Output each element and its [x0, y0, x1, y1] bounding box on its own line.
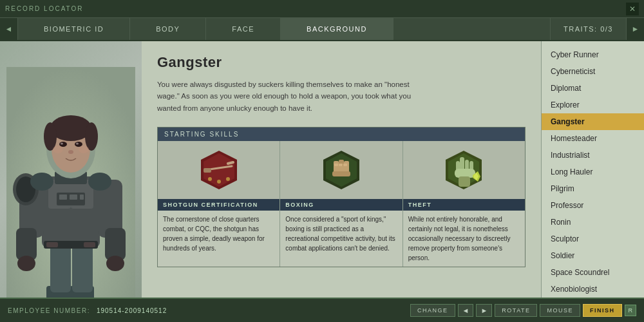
background-list: Cyber Runner Cyberneticist Diplomat Expl… [541, 41, 644, 312]
background-description: You were always disgusted by suckers kil… [157, 79, 428, 114]
boxing-badge [319, 148, 363, 192]
svg-rect-18 [105, 228, 126, 260]
svg-rect-15 [16, 228, 37, 260]
svg-point-47 [208, 177, 212, 181]
mouse-button[interactable]: MOUSE [540, 304, 580, 317]
svg-rect-57 [334, 164, 338, 166]
skill-card-theft: THEFT While not entirely honorable, and … [403, 141, 525, 267]
svg-rect-67 [459, 176, 470, 187]
sidebar-item-explorer[interactable]: Explorer [542, 97, 644, 113]
nav-right-arrow[interactable]: ► [626, 18, 644, 40]
svg-rect-38 [70, 194, 77, 200]
svg-rect-12 [46, 242, 58, 247]
finish-key[interactable]: R [625, 305, 637, 316]
svg-rect-13 [84, 242, 95, 247]
middle-section: Gangster You were always disgusted by su… [142, 41, 541, 312]
skill-icon-area-shotgun [158, 141, 279, 199]
main-content: Gangster You were always disgusted by su… [0, 41, 644, 312]
skill-desc-boxing: Once considered a "sport of kings," boxi… [280, 211, 402, 257]
svg-point-40 [30, 173, 53, 191]
skill-card-shotgun: SHOTGUN CERTIFICATION The cornerstone of… [158, 141, 280, 267]
svg-rect-45 [204, 168, 211, 173]
svg-point-31 [68, 150, 73, 154]
skill-desc-shotgun: The cornerstone of close quarters combat… [158, 211, 279, 257]
sidebar-item-long-hauler[interactable]: Long Hauler [542, 164, 644, 180]
sidebar-item-soldier[interactable]: Soldier [542, 247, 644, 264]
change-next-button[interactable]: ► [476, 304, 492, 317]
svg-point-32 [53, 146, 63, 153]
change-button[interactable]: CHANGE [410, 304, 455, 317]
svg-point-49 [217, 180, 221, 184]
svg-rect-56 [332, 171, 350, 176]
svg-rect-59 [343, 164, 347, 166]
background-title: Gangster [157, 54, 526, 71]
sidebar-item-sculptor[interactable]: Sculptor [542, 231, 644, 247]
skill-card-boxing: BOXING Once considered a "sport of kings… [280, 141, 402, 267]
skills-cards: SHOTGUN CERTIFICATION The cornerstone of… [158, 141, 525, 267]
svg-point-33 [79, 146, 89, 153]
svg-point-29 [61, 143, 63, 145]
skills-header: STARTING SKILLS [158, 128, 525, 141]
sidebar-item-space-scoundrel[interactable]: Space Scoundrel [542, 264, 644, 281]
svg-point-16 [17, 256, 35, 271]
character-svg [6, 67, 135, 312]
skill-name-shotgun: SHOTGUN CERTIFICATION [158, 199, 279, 211]
skill-name-boxing: BOXING [280, 199, 402, 211]
finish-button[interactable]: FINISH [583, 304, 622, 317]
svg-point-48 [226, 177, 230, 181]
svg-point-41 [88, 173, 111, 191]
employee-number: 190514-2009140512 [97, 307, 167, 314]
sidebar-item-diplomat[interactable]: Diplomat [542, 80, 644, 97]
svg-rect-39 [80, 194, 84, 200]
record-locator-label: RECORD LOCATOR [5, 5, 84, 12]
sidebar-item-homesteader[interactable]: Homesteader [542, 130, 644, 147]
rotate-button[interactable]: ROTATE [495, 304, 537, 317]
sidebar-item-xenobiologist[interactable]: Xenobiologist [542, 281, 644, 298]
svg-point-19 [106, 256, 124, 271]
sidebar-item-professor[interactable]: Professor [542, 197, 644, 214]
sidebar-item-cyber-runner[interactable]: Cyber Runner [542, 46, 644, 63]
character-portrait [0, 41, 142, 312]
tab-traits[interactable]: TRAITS: 0/3 [550, 18, 626, 40]
bottom-bar: EMPLOYEE NUMBER: 190514-2009140512 CHANG… [0, 298, 644, 322]
employee-label: EMPLOYEE NUMBER: [8, 307, 90, 314]
bottom-buttons: CHANGE ◄ ► ROTATE MOUSE FINISH R [410, 304, 636, 317]
sidebar-item-gangster[interactable]: Gangster [542, 113, 644, 130]
tab-background[interactable]: BACKGROUND [281, 18, 393, 40]
sidebar-item-cyberneticist[interactable]: Cyberneticist [542, 63, 644, 80]
close-icon[interactable]: ✕ [626, 3, 639, 15]
svg-rect-58 [339, 164, 343, 166]
sidebar-item-ronin[interactable]: Ronin [542, 214, 644, 231]
theft-badge [442, 148, 486, 192]
svg-line-46 [228, 162, 233, 164]
svg-rect-66 [455, 169, 475, 178]
tab-face[interactable]: FACE [206, 18, 281, 40]
change-prev-button[interactable]: ◄ [458, 304, 474, 317]
nav-tabs: ◄ BIOMETRIC ID BODY FACE BACKGROUND TRAI… [0, 18, 644, 41]
tab-body[interactable]: BODY [130, 18, 206, 40]
skill-name-theft: THEFT [403, 199, 525, 211]
skill-desc-theft: While not entirely honorable, and certai… [403, 211, 525, 267]
sidebar-item-pilgrim[interactable]: Pilgrim [542, 180, 644, 197]
nav-left-arrow[interactable]: ◄ [0, 18, 18, 40]
shotgun-badge [197, 148, 241, 192]
svg-point-30 [76, 143, 79, 145]
top-bar: RECORD LOCATOR ✕ [0, 0, 644, 18]
svg-rect-37 [59, 194, 67, 200]
skill-icon-area-boxing [280, 141, 402, 199]
tab-biometric[interactable]: BIOMETRIC ID [18, 18, 130, 40]
skills-section: STARTING SKILLS [157, 127, 526, 267]
sidebar-item-industrialist[interactable]: Industrialist [542, 147, 644, 164]
skill-icon-area-theft [403, 141, 525, 199]
